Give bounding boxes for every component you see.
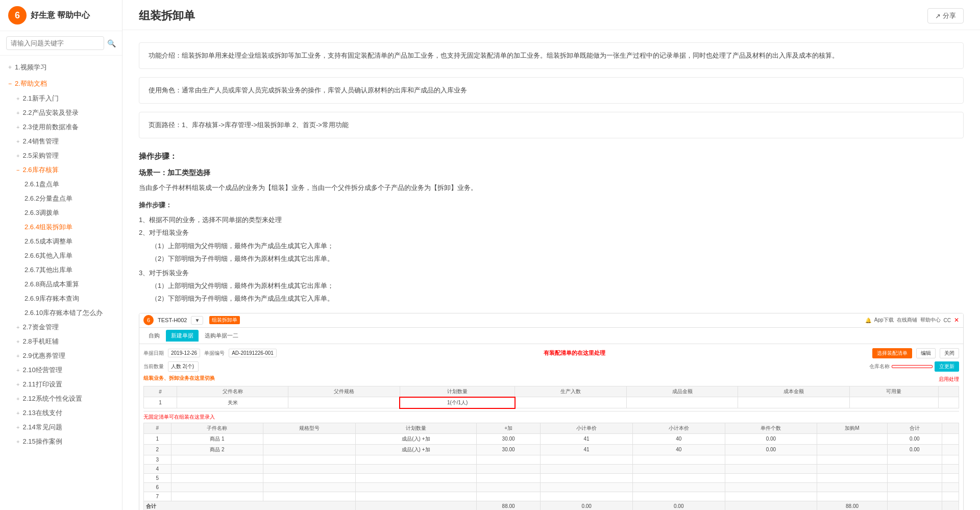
plus-icon: +: [16, 367, 19, 373]
mock-table-top-header: # 父件名称 父件规格 计划数量 生产入数 成品金额 成本金额 可用量: [144, 386, 959, 397]
nav-subsection: + 2.1新手入门 + 2.2产品安装及登录 + 2.3使用前数据准备 + 2.…: [0, 91, 122, 449]
plus-icon: +: [16, 439, 19, 445]
sidebar-item-i265[interactable]: 2.6.5成本调整单: [16, 234, 122, 249]
sidebar-item-i262[interactable]: 2.6.2分量盘点单: [16, 191, 122, 206]
table-row: 7: [144, 492, 959, 501]
sidebar-item-video[interactable]: + 1.视频学习: [0, 60, 122, 75]
table-row: 5: [144, 473, 959, 482]
nav-section-2: − 2.帮助文档 + 2.1新手入门 + 2.2产品安装及登录 + 2.3使用前…: [0, 76, 122, 449]
share-button[interactable]: ↗ 分享: [927, 8, 964, 23]
mock-order-input: AD-20191226-001: [229, 349, 277, 357]
mock-logo: 6: [143, 315, 154, 325]
step3-sub2: （2）下部明细为子件明细，最终作为产成品生成其它入库单。: [151, 293, 964, 304]
mock-dropdown: ▼: [191, 316, 203, 325]
steps-label: 操作步骤：: [139, 199, 964, 211]
sidebar-item-i263[interactable]: 2.6.3调拨单: [16, 206, 122, 220]
mock-nav: 自购 新建单据 选购单据一二: [139, 328, 963, 344]
share-label: 分享: [943, 11, 956, 20]
plus-icon: +: [16, 396, 19, 402]
sidebar-item-s24[interactable]: + 2.4销售管理: [6, 134, 122, 149]
path-text: 页面路径：1、库存核算->库存管理->组装拆卸单 2、首页->常用功能: [149, 121, 349, 129]
mock-wh-label: 仓库名称: [869, 363, 890, 370]
intro-block: 功能介绍：组装拆卸单用来处理企业组装或拆卸等加工业务，支持有固定装配清单的产品加…: [139, 42, 964, 69]
scene1-title: 场景一：加工类型选择: [139, 168, 964, 178]
mock-assign-btn: 选择装配清单: [872, 348, 912, 358]
content-area: 功能介绍：组装拆卸单用来处理企业组装或拆卸等加工业务，支持有固定装配清单的产品加…: [122, 30, 980, 510]
sidebar-item-i261[interactable]: 2.6.1盘点单: [16, 177, 122, 191]
sidebar-item-s212[interactable]: + 2.12系统个性化设置: [6, 392, 122, 406]
plus-icon: +: [16, 424, 19, 430]
annotation4-text: 启用处理: [939, 376, 959, 383]
sidebar-item-i269[interactable]: 2.6.9库存账本查询: [16, 292, 122, 306]
annotation5-text: 无固定清单可在组装在这里录入: [143, 414, 959, 421]
mock-company: TEST-H002: [158, 317, 187, 323]
sidebar-item-s28[interactable]: + 2.8手机旺辅: [6, 334, 122, 349]
sidebar-item-s215[interactable]: + 2.15操作案例: [6, 434, 122, 449]
mock-topbar: 6 TEST-H002 ▼ 组装拆卸单 🔔 App下载 在线商铺 帮助中心: [139, 313, 963, 328]
plus-icon: +: [16, 153, 19, 159]
search-input[interactable]: [6, 36, 104, 50]
sidebar-item-i268[interactable]: 2.6.8商品成本重算: [16, 277, 122, 292]
step2-sub-list: （1）上部明细为父件明细，最终作为产成品生成其它入库单； （2）下部明细为子件明…: [151, 240, 964, 265]
step1: 1、根据不同的业务，选择不同单据的类型来处理: [139, 214, 964, 226]
plus-icon: +: [16, 353, 19, 359]
steps-title: 操作步骤：: [139, 152, 964, 161]
sidebar-item-i267[interactable]: 2.6.7其他出库单: [16, 263, 122, 277]
sidebar-item-i2610[interactable]: 2.6.10库存账本错了怎么办: [16, 306, 122, 320]
sidebar-item-s213[interactable]: + 2.13在线支付: [6, 406, 122, 420]
annotation1-text: 有装配清单的在这里处理: [281, 349, 868, 357]
sidebar-item-s210[interactable]: + 2.10经营管理: [6, 363, 122, 377]
plus-icon: +: [16, 110, 19, 116]
steps-section: 操作步骤： 场景一：加工类型选择 当由多个子件材料组装成一个成品的业务为【组装】…: [139, 147, 964, 510]
sidebar-item-i266[interactable]: 2.6.6其他入库单: [16, 249, 122, 263]
sidebar-item-s27[interactable]: + 2.7资金管理: [6, 320, 122, 334]
sidebar-item-i264[interactable]: 2.6.4组装拆卸单: [16, 220, 122, 234]
share-icon: ↗: [935, 12, 941, 20]
steps-list: 1、根据不同的业务，选择不同单据的类型来处理 2、对于组装业务 （1）上部明细为…: [139, 214, 964, 305]
table-row: 1 商品 1 成品(入) +加 30.00 41 40 0.00: [144, 433, 959, 444]
table-row: 1 关米 1(个/1人): [144, 397, 959, 408]
mock-date-label: 单据日期: [143, 350, 164, 357]
sidebar-item-s23[interactable]: + 2.3使用前数据准备: [6, 120, 122, 134]
screenshot-inner: 6 TEST-H002 ▼ 组装拆卸单 🔔 App下载 在线商铺 帮助中心: [139, 313, 963, 510]
plus-icon: +: [16, 95, 19, 102]
plus-icon: +: [16, 138, 19, 144]
sidebar-item-s21[interactable]: + 2.1新手入门: [6, 91, 122, 106]
step2-sub2: （2）下部明细为子件明细，最终作为原材料生成其它出库单。: [151, 253, 964, 264]
table-row: 6: [144, 482, 959, 492]
search-icon[interactable]: 🔍: [107, 39, 116, 47]
path-block: 页面路径：1、库存核算->库存管理->组装拆卸单 2、首页->常用功能: [139, 112, 964, 138]
sidebar-item-s26[interactable]: − 2.6库存核算: [6, 163, 122, 177]
role-block: 使用角色：通常由生产人员或库管人员完成拆装业务的操作，库管人员确认原材料的出库和…: [139, 77, 964, 104]
intro-text: 功能介绍：组装拆卸单用来处理企业组装或拆卸等加工业务，支持有固定装配清单的产品加…: [149, 52, 839, 59]
mock-confirm-btn: 立更新: [935, 361, 959, 372]
minus-icon: −: [16, 167, 19, 173]
mock-edit-btn: 编辑: [916, 348, 936, 358]
sidebar-item-docs[interactable]: − 2.帮助文档: [0, 76, 122, 91]
mock-count-input: 人数 2(个): [168, 361, 199, 372]
mock-form-row2: 当前数量 人数 2(个) 仓库名称 立更新: [143, 361, 959, 372]
sidebar-item-s214[interactable]: + 2.14常见问题: [6, 420, 122, 434]
step3-sub-list: （1）上部明细为父件明细，最终作为原材料生成其它出库单； （2）下部明细为子件明…: [151, 280, 964, 305]
sidebar-item-s22[interactable]: + 2.2产品安装及登录: [6, 106, 122, 120]
mock-divider: [143, 411, 959, 411]
plus-icon: +: [16, 410, 19, 416]
sidebar-item-label: 1.视频学习: [15, 63, 47, 72]
sidebar-item-s29[interactable]: + 2.9优惠券管理: [6, 349, 122, 363]
mock-order-label: 单据编号: [204, 350, 225, 357]
plus-icon: +: [8, 64, 12, 71]
sidebar-item-s211[interactable]: + 2.11打印设置: [6, 377, 122, 392]
scene1-desc: 当由多个子件材料组装成一个成品的业务为【组装】业务，当由一个父件拆分成多个子产品…: [139, 182, 964, 193]
table-row: 2 商品 2 成品(入) +加 30.00 41 40 0.00: [144, 444, 959, 455]
main-content: 组装拆卸单 ↗ 分享 功能介绍：组装拆卸单用来处理企业组装或拆卸等加工业务，支持…: [122, 0, 980, 510]
plus-icon: +: [16, 381, 19, 387]
mock-topbar-icons: 组装拆卸单: [209, 316, 240, 324]
main-header: 组装拆卸单 ↗ 分享: [122, 0, 980, 30]
mock-nav-select: 选购单据一二: [200, 330, 243, 342]
step3-sub1: （1）上部明细为父件明细，最终作为原材料生成其它出库单；: [151, 280, 964, 292]
logo-icon: 6: [8, 6, 27, 25]
mock-nav-new: 新建单据: [166, 330, 199, 342]
sidebar-item-s25[interactable]: + 2.5采购管理: [6, 149, 122, 163]
minus-icon: −: [8, 80, 12, 87]
mock-section-label: 组装业务、拆卸业务在这里切换: [143, 375, 215, 382]
